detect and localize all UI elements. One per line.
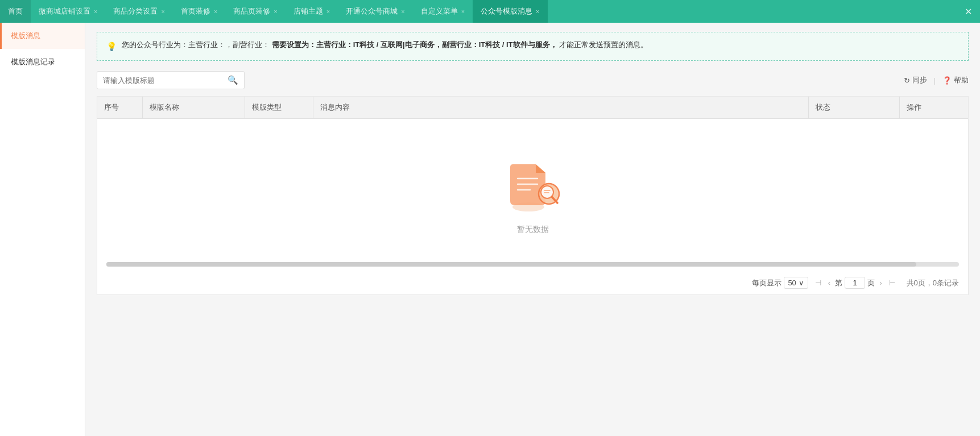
last-page-button[interactable]: ⊢ bbox=[887, 277, 898, 288]
close-open-shop-icon[interactable]: × bbox=[401, 8, 404, 15]
sync-icon: ↻ bbox=[904, 76, 910, 85]
close-store-settings-icon[interactable]: × bbox=[94, 8, 97, 15]
help-button[interactable]: ❓ 帮助 bbox=[942, 75, 969, 85]
notice-text: 您的公众号行业为：主营行业：，副营行业： 需要设置为：主营行业：IT科技 / 互… bbox=[122, 39, 648, 51]
empty-text: 暂无数据 bbox=[517, 225, 549, 235]
scroll-thumb[interactable] bbox=[106, 262, 916, 267]
col-type: 模版类型 bbox=[245, 97, 313, 118]
close-product-decor-icon[interactable]: × bbox=[274, 8, 277, 15]
first-page-button[interactable]: ⊣ bbox=[813, 277, 824, 288]
col-action: 操作 bbox=[900, 97, 968, 118]
close-category-settings-icon[interactable]: × bbox=[161, 8, 164, 15]
sync-label: 同步 bbox=[912, 75, 927, 85]
dropdown-icon: ∨ bbox=[799, 279, 804, 287]
sidebar-item-template-message-record[interactable]: 模版消息记录 bbox=[0, 49, 85, 75]
current-page-input[interactable] bbox=[845, 277, 865, 289]
tab-category-settings[interactable]: 商品分类设置 × bbox=[105, 0, 172, 23]
tab-custom-menu-label: 自定义菜单 bbox=[421, 6, 458, 16]
page-unit: 页 bbox=[867, 278, 875, 288]
notice-icon: 💡 bbox=[106, 40, 117, 53]
notice-text-bold: 需要设置为：主营行业：IT科技 / 互联网|电子商务，副营行业：IT科技 / I… bbox=[272, 40, 557, 49]
search-input-wrap: 🔍 bbox=[97, 71, 245, 89]
prev-page-button[interactable]: ‹ bbox=[826, 277, 833, 288]
page-size-dropdown[interactable]: 50 ∨ bbox=[784, 277, 808, 289]
notice-text-prefix: 您的公众号行业为：主营行业：，副营行业： bbox=[122, 40, 270, 49]
close-store-theme-icon[interactable]: × bbox=[326, 8, 330, 15]
data-table: 序号 模版名称 模版类型 消息内容 状态 操作 bbox=[97, 96, 969, 295]
page-size-value: 50 bbox=[788, 279, 796, 287]
page-size-label: 每页显示 bbox=[752, 278, 781, 288]
notice-box: 💡 您的公众号行业为：主营行业：，副营行业： 需要设置为：主营行业：IT科技 /… bbox=[97, 32, 969, 61]
next-page-button[interactable]: › bbox=[877, 277, 884, 288]
table-header: 序号 模版名称 模版类型 消息内容 状态 操作 bbox=[97, 97, 968, 119]
close-custom-menu-icon[interactable]: × bbox=[461, 8, 465, 15]
tab-open-shop[interactable]: 开通公众号商城 × bbox=[338, 0, 412, 23]
search-button[interactable]: 🔍 bbox=[222, 72, 244, 89]
tab-store-theme-label: 店铺主题 bbox=[293, 6, 323, 16]
tab-home[interactable]: 首页 bbox=[0, 0, 31, 23]
search-input[interactable] bbox=[97, 73, 222, 88]
main-layout: 模版消息 模版消息记录 💡 您的公众号行业为：主营行业：，副营行业： 需要设置为… bbox=[0, 23, 980, 436]
top-navigation: 首页 微商城店铺设置 × 商品分类设置 × 首页装修 × 商品页装修 × 店铺主… bbox=[0, 0, 980, 23]
page-navigation: ⊣ ‹ 第 页 › ⊢ bbox=[813, 277, 898, 289]
tab-home-decor[interactable]: 首页装修 × bbox=[173, 0, 225, 23]
tab-template-msg[interactable]: 公众号模版消息 × bbox=[473, 0, 547, 23]
tab-open-shop-label: 开通公众号商城 bbox=[346, 6, 398, 16]
col-name: 模版名称 bbox=[143, 97, 245, 118]
close-home-decor-icon[interactable]: × bbox=[214, 8, 217, 15]
empty-state: 暂无数据 bbox=[97, 119, 968, 258]
tab-product-decor[interactable]: 商品页装修 × bbox=[225, 0, 285, 23]
toolbar-right: ↻ 同步 | ❓ 帮助 bbox=[904, 75, 969, 85]
sidebar: 模版消息 模版消息记录 bbox=[0, 23, 85, 436]
tab-custom-menu[interactable]: 自定义菜单 × bbox=[413, 0, 473, 23]
sync-button[interactable]: ↻ 同步 bbox=[904, 75, 927, 85]
notice-text-suffix: 才能正常发送预置的消息。 bbox=[559, 40, 648, 49]
horizontal-scrollbar[interactable] bbox=[106, 262, 959, 267]
page-size-select: 每页显示 50 ∨ bbox=[752, 277, 808, 289]
help-icon: ❓ bbox=[942, 76, 952, 85]
page-label: 第 bbox=[835, 278, 842, 288]
pagination: 每页显示 50 ∨ ⊣ ‹ 第 页 › ⊢ 共0页，0条记录 bbox=[97, 271, 968, 294]
tab-home-label: 首页 bbox=[8, 6, 23, 16]
tab-store-settings[interactable]: 微商城店铺设置 × bbox=[31, 0, 105, 23]
total-info: 共0页，0条记录 bbox=[907, 278, 959, 288]
close-all-button[interactable]: ✕ bbox=[957, 6, 980, 17]
tab-template-msg-label: 公众号模版消息 bbox=[481, 6, 532, 16]
col-status: 状态 bbox=[809, 97, 900, 118]
tab-home-decor-label: 首页装修 bbox=[181, 6, 210, 16]
content-area: 💡 您的公众号行业为：主营行业：，副营行业： 需要设置为：主营行业：IT科技 /… bbox=[85, 23, 980, 436]
sidebar-item-template-message-label: 模版消息 bbox=[11, 31, 40, 40]
tab-store-settings-label: 微商城店铺设置 bbox=[39, 6, 90, 16]
close-template-msg-icon[interactable]: × bbox=[536, 8, 539, 15]
tab-product-decor-label: 商品页装修 bbox=[233, 6, 270, 16]
sidebar-item-template-message-record-label: 模版消息记录 bbox=[11, 57, 55, 66]
empty-image bbox=[499, 153, 567, 215]
help-label: 帮助 bbox=[954, 75, 969, 85]
search-bar: 🔍 ↻ 同步 | ❓ 帮助 bbox=[97, 71, 969, 89]
toolbar-divider: | bbox=[934, 76, 936, 85]
sidebar-item-template-message[interactable]: 模版消息 bbox=[0, 23, 85, 49]
tab-category-settings-label: 商品分类设置 bbox=[113, 6, 158, 16]
col-content: 消息内容 bbox=[313, 97, 809, 118]
col-index: 序号 bbox=[97, 97, 143, 118]
tab-store-theme[interactable]: 店铺主题 × bbox=[286, 0, 338, 23]
